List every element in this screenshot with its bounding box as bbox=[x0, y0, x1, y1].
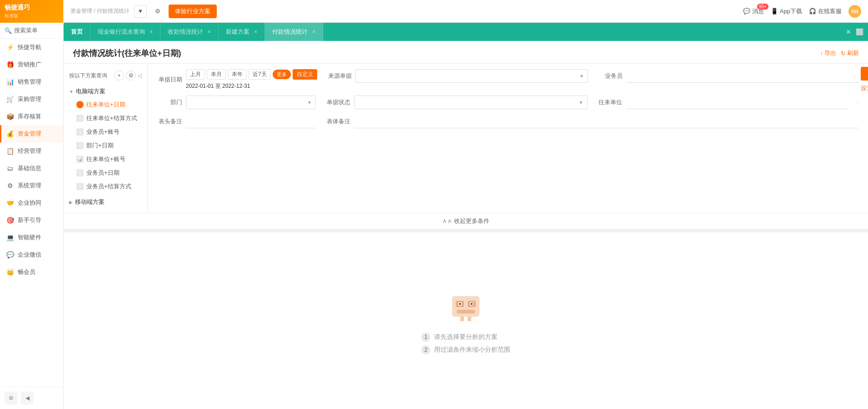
avatar[interactable]: Rit bbox=[848, 5, 861, 18]
online-support-btn[interactable]: 🎧 在线客服 bbox=[809, 7, 842, 15]
sidebar-item-label: 企业协同 bbox=[18, 199, 41, 207]
scheme-table-icon: ≡ bbox=[76, 128, 84, 136]
tab-new-plan-close[interactable]: × bbox=[254, 29, 257, 35]
doc-status-label: 单据状态 bbox=[325, 98, 350, 106]
inventory-icon: 📦 bbox=[6, 112, 14, 121]
tab-payment-stats[interactable]: 付款情况统计 × bbox=[265, 23, 323, 41]
sidebar-item-operations[interactable]: 📋 经营管理 bbox=[0, 142, 63, 160]
scheme-item-label: 往来单位+账号 bbox=[86, 155, 125, 163]
dept-label: 部门 bbox=[157, 98, 182, 106]
sidebar-item-basic-info[interactable]: 🗂 基础信息 bbox=[0, 160, 63, 177]
window-maximize-btn[interactable]: ⬜ bbox=[856, 28, 863, 35]
scheme-item-salesperson-settle[interactable]: ≡ 业务员+结算方式 bbox=[64, 180, 147, 193]
scheme-item-salesperson-account[interactable]: ≡ 业务员+账号 bbox=[64, 125, 147, 139]
salesperson-field: 业务员 ··· 查询 设置 bbox=[597, 69, 859, 83]
scheme-item-counterpart-account[interactable]: 📊 往来单位+账号 bbox=[64, 152, 147, 166]
refresh-btn[interactable]: ↻ 刷新 bbox=[841, 49, 859, 57]
scheme-collapse-btn[interactable]: ◁ bbox=[138, 72, 142, 79]
scheme-chart-icon: 📊 bbox=[76, 156, 84, 163]
tab-payment-stats-close[interactable]: × bbox=[312, 29, 315, 35]
download-icon: 📱 bbox=[771, 8, 778, 15]
scheme-item-label: 往来单位+日期 bbox=[86, 101, 125, 109]
export-btn[interactable]: ↑ 导出 bbox=[820, 49, 837, 57]
counterpart-field: 往来单位 ··· bbox=[597, 96, 859, 109]
scheme-item-label: 部门+日期 bbox=[86, 141, 114, 150]
source-doc-select[interactable]: ▼ bbox=[355, 69, 588, 83]
tab-new-plan[interactable]: 新建方案 × bbox=[219, 23, 265, 41]
purchase-icon: 🛒 bbox=[6, 95, 14, 103]
trial-btn[interactable]: 体验行业方案 bbox=[169, 5, 217, 18]
date-btn-last-month[interactable]: 上月 bbox=[186, 69, 205, 80]
query-btn[interactable]: 查询 bbox=[861, 67, 868, 81]
scheme-item-dept-date[interactable]: ≡ 部门+日期 bbox=[64, 139, 147, 152]
sidebar-item-smart-hw[interactable]: 💻 智能硬件 bbox=[0, 229, 63, 246]
sidebar-item-quick-nav[interactable]: ⚡ 快捷导航 bbox=[0, 39, 63, 56]
sidebar-item-system[interactable]: ⚙ 系统管理 bbox=[0, 177, 63, 194]
tab-bank-flow-close[interactable]: × bbox=[150, 29, 153, 35]
scheme-item-salesperson-date[interactable]: ≡ 业务员+日期 bbox=[64, 166, 147, 180]
svg-rect-5 bbox=[468, 317, 471, 321]
counterpart-input[interactable] bbox=[626, 96, 849, 109]
table-body-note-input[interactable] bbox=[354, 115, 859, 128]
date-btn-this-month[interactable]: 本月 bbox=[207, 69, 226, 80]
doc-status-select[interactable]: ▼ bbox=[354, 96, 588, 109]
top-header: 资金管理 / 付款情况统计 ▼ ⚙ 体验行业方案 💬 消息 99+ 📱 App下… bbox=[64, 0, 868, 23]
date-btn-more[interactable]: 更多 bbox=[273, 70, 291, 79]
scheme-item-counterpart-settle[interactable]: ≡ 往来单位+结算方式 bbox=[64, 111, 147, 125]
settings-link[interactable]: 设置 bbox=[861, 84, 868, 92]
header-settings-btn[interactable]: ⚙ bbox=[151, 5, 164, 18]
sidebar-item-membership[interactable]: 👑 畅会员 bbox=[0, 263, 63, 281]
sidebar-item-newcomer[interactable]: 🎯 新手引导 bbox=[0, 212, 63, 229]
sidebar-item-corp-wechat[interactable]: 💬 企业微信 bbox=[0, 246, 63, 263]
scheme-panel: 按以下方案查询 + ⚙ ◁ ▼ 电脑端方案 bbox=[64, 64, 148, 213]
app-download-btn[interactable]: 📱 App下载 bbox=[771, 7, 802, 15]
tab-receipt-stats-close[interactable]: × bbox=[208, 29, 211, 35]
tab-home[interactable]: 首页 bbox=[64, 23, 90, 41]
scheme-item-counterpart-date[interactable]: 往来单位+日期 bbox=[64, 98, 147, 111]
notification-badge: 99+ bbox=[757, 4, 768, 10]
breadcrumb-dropdown-btn[interactable]: ▼ bbox=[134, 5, 147, 18]
notification-btn[interactable]: 💬 消息 99+ bbox=[743, 7, 764, 15]
date-btn-this-year[interactable]: 本年 bbox=[228, 69, 247, 80]
empty-hint-2: 2 用过滤条件来缩小分析范围 bbox=[421, 345, 510, 354]
empty-hints: 1 请先选择要分析的方案 2 用过滤条件来缩小分析范围 bbox=[421, 333, 510, 354]
sidebar-nav: ⚡ 快捷导航 🎁 营销推广 📊 销售管理 🛒 采购管理 📦 库存核算 💰 bbox=[0, 39, 63, 387]
filter-row-3: 表头备注 表体备注 bbox=[157, 115, 859, 128]
svg-point-8 bbox=[459, 303, 461, 305]
sidebar-item-label: 企业微信 bbox=[18, 251, 41, 259]
window-close-btn[interactable]: ✕ bbox=[846, 28, 851, 35]
date-group: 上月 本月 本年 近7天 更多 自定义 2022-01-01 至 2022-12… bbox=[186, 69, 317, 90]
table-header-note-input[interactable] bbox=[186, 115, 316, 128]
svg-point-9 bbox=[471, 303, 473, 305]
sidebar-footer: ⚙ ◀ bbox=[0, 387, 63, 409]
salesperson-input[interactable] bbox=[626, 69, 859, 83]
tab-receipt-stats[interactable]: 收款情况统计 × bbox=[160, 23, 219, 41]
footer-collapse-btn[interactable]: ◀ bbox=[21, 392, 34, 404]
date-btn-custom[interactable]: 自定义 bbox=[293, 69, 317, 80]
date-btn-last-7days[interactable]: 近7天 bbox=[249, 69, 271, 80]
collapse-bar[interactable]: ∧∧ 收起更多条件 bbox=[64, 213, 868, 229]
dept-select[interactable]: ▼ bbox=[186, 96, 316, 109]
tab-bank-flow[interactable]: 现金银行流水查询 × bbox=[90, 23, 160, 41]
hint-text-2: 用过滤条件来缩小分析范围 bbox=[434, 346, 510, 354]
tab-bank-flow-label: 现金银行流水查询 bbox=[98, 28, 145, 36]
scheme-add-btn[interactable]: + bbox=[114, 71, 124, 81]
scheme-desktop-group-header[interactable]: ▼ 电脑端方案 bbox=[64, 85, 147, 98]
sidebar-search[interactable]: 🔍 搜索菜单 bbox=[0, 23, 63, 39]
scheme-mobile-group-header[interactable]: ▶ 移动端方案 bbox=[64, 196, 147, 208]
sidebar-item-inventory[interactable]: 📦 库存核算 bbox=[0, 108, 63, 125]
sidebar-item-marketing[interactable]: 🎁 营销推广 bbox=[0, 56, 63, 73]
sidebar-item-finance[interactable]: 💰 资金管理 bbox=[0, 125, 63, 142]
sidebar-item-corp-collab[interactable]: 🤝 企业协同 bbox=[0, 194, 63, 212]
sidebar-item-sales[interactable]: 📊 销售管理 bbox=[0, 73, 63, 91]
sidebar-item-purchase[interactable]: 🛒 采购管理 bbox=[0, 91, 63, 108]
filter-row-2: 部门 ▼ 单据状态 ▼ bbox=[157, 96, 859, 109]
footer-settings-btn[interactable]: ⚙ bbox=[5, 392, 17, 404]
date-field: 单据日期 上月 本月 本年 近7天 更多 自定义 20 bbox=[157, 69, 317, 90]
sidebar-item-label: 新手引导 bbox=[18, 216, 41, 224]
scheme-settings-btn[interactable]: ⚙ bbox=[126, 71, 136, 81]
filter-form: 单据日期 上月 本月 本年 近7天 更多 自定义 20 bbox=[148, 64, 868, 213]
scheme-table-icon: ≡ bbox=[76, 142, 84, 149]
avatar-text: Rit bbox=[852, 9, 858, 14]
filter-row-1: 单据日期 上月 本月 本年 近7天 更多 自定义 20 bbox=[157, 69, 859, 90]
